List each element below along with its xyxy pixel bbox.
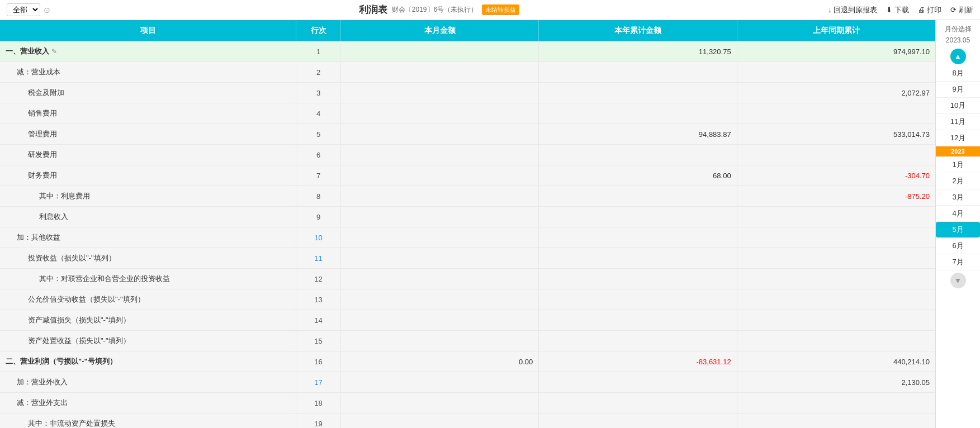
scope-select[interactable]: 全部	[7, 3, 40, 16]
item-label-cell: 加：其他收益	[0, 227, 296, 248]
year-amount	[539, 310, 737, 330]
row-number: 9	[296, 207, 341, 227]
year-amount	[539, 145, 737, 165]
year-amount: -83,631.12	[539, 351, 737, 372]
sidebar-month-item[interactable]: 7月	[936, 254, 980, 270]
sidebar-nav-down[interactable]: ▼	[950, 273, 966, 288]
item-label-cell: 销售费用	[0, 103, 296, 123]
row-number: 19	[296, 413, 341, 428]
year-amount	[539, 393, 737, 413]
item-label-cell: 一、营业收入✎	[0, 41, 296, 61]
sidebar-month-item[interactable]: 1月	[936, 157, 980, 173]
sidebar-month-item[interactable]: 12月	[936, 130, 980, 146]
year-amount	[539, 186, 737, 206]
sidebar-month-list: 8月9月10月11月12月20231月2月3月4月5月6月7月	[936, 65, 980, 270]
year-amount: 68.00	[539, 165, 737, 186]
nav-back-button[interactable]: ↓ 回退到原报表	[828, 5, 877, 15]
refresh-button[interactable]: ⟳ 刷新	[950, 5, 973, 15]
month-amount	[341, 227, 539, 248]
sidebar-month-item[interactable]: 6月	[936, 238, 980, 254]
top-bar: 全部 ⊙ 利润表 财会〔2019〕6号（未执行） 未结转损益 ↓ 回退到原报表 …	[0, 0, 980, 20]
last-year-amount: 440,214.10	[737, 351, 935, 372]
table-row: 其中：对联营企业和合营企业的投资收益12	[0, 269, 935, 289]
last-year-amount	[737, 413, 935, 428]
last-year-amount	[737, 310, 935, 330]
sidebar-month-item[interactable]: 11月	[936, 114, 980, 130]
table-row: 公允价值变动收益（损失以"-"填列）13	[0, 289, 935, 310]
row-number: 10	[296, 227, 341, 248]
table-row: 其中：非流动资产处置损失19	[0, 413, 935, 428]
row-number: 16	[296, 351, 341, 372]
item-label-cell: 管理费用	[0, 124, 296, 144]
last-year-amount	[737, 62, 935, 82]
col-item: 项目	[0, 20, 296, 41]
table-row: 研发费用6	[0, 145, 935, 165]
sidebar-month-item[interactable]: 4月	[936, 206, 980, 222]
month-amount	[341, 145, 539, 165]
sidebar-nav-up[interactable]: ▲	[950, 49, 966, 64]
row-number: 3	[296, 83, 341, 103]
year-amount: 11,320.75	[539, 41, 737, 61]
sidebar-month-item[interactable]: 2023	[936, 146, 980, 157]
month-amount	[341, 289, 539, 310]
col-row-num: 行次	[296, 20, 341, 41]
last-year-amount	[737, 269, 935, 289]
year-amount	[539, 331, 737, 351]
month-amount	[341, 413, 539, 428]
sidebar-month-item[interactable]: 3月	[936, 189, 980, 206]
last-year-amount: 533,014.73	[737, 124, 935, 144]
row-number: 7	[296, 165, 341, 186]
item-label-cell: 投资收益（损失以"-"填列）	[0, 248, 296, 268]
row-number: 5	[296, 124, 341, 144]
last-year-amount: 2,130.05	[737, 372, 935, 392]
table-row: 加：其他收益10	[0, 227, 935, 248]
top-bar-center: 利润表 财会〔2019〕6号（未执行） 未结转损益	[359, 3, 519, 16]
item-label-cell: 资产减值损失（损失以"-"填列）	[0, 310, 296, 330]
sidebar-month-item[interactable]: 9月	[936, 82, 980, 98]
year-amount	[539, 248, 737, 268]
item-label-cell: 加：营业外收入	[0, 372, 296, 392]
sidebar-month-item[interactable]: 8月	[936, 65, 980, 82]
help-icon[interactable]: ⊙	[44, 6, 50, 15]
row-number: 8	[296, 186, 341, 206]
row-number: 11	[296, 248, 341, 268]
last-year-amount	[737, 103, 935, 123]
year-amount	[539, 289, 737, 310]
sidebar-month-item[interactable]: 10月	[936, 98, 980, 114]
sidebar-month-item[interactable]: 5月	[936, 222, 980, 238]
download-button[interactable]: ⬇ 下载	[886, 5, 909, 15]
item-label-cell: 资产处置收益（损失以"-"填列）	[0, 331, 296, 351]
col-current-month: 本月金额	[341, 20, 539, 41]
month-amount	[341, 393, 539, 413]
table-row: 二、营业利润（亏损以"-"号填列）160.00-83,631.12440,214…	[0, 351, 935, 372]
sidebar-month-item[interactable]: 2月	[936, 173, 980, 189]
month-amount	[341, 62, 539, 82]
item-label-cell: 其中：利息费用	[0, 186, 296, 206]
last-year-amount	[737, 227, 935, 248]
table-row: 利息收入9	[0, 207, 935, 227]
main-layout: 项目 行次 本月金额 本年累计金额 上年同期累计 一、营业收入✎111,320.…	[0, 20, 980, 428]
month-amount	[341, 83, 539, 103]
item-label-cell: 税金及附加	[0, 83, 296, 103]
month-amount	[341, 41, 539, 61]
item-label-cell: 其中：非流动资产处置损失	[0, 413, 296, 428]
row-number: 17	[296, 372, 341, 392]
month-amount	[341, 165, 539, 186]
month-amount	[341, 372, 539, 392]
table-row: 管理费用594,883.87533,014.73	[0, 124, 935, 145]
table-row: 税金及附加32,072.97	[0, 83, 935, 103]
row-number: 18	[296, 393, 341, 413]
item-label-cell: 减：营业成本	[0, 62, 296, 82]
sidebar-year: 2023.05	[946, 36, 970, 44]
table-row: 减：营业成本2	[0, 62, 935, 83]
edit-icon[interactable]: ✎	[51, 47, 57, 55]
row-number: 4	[296, 103, 341, 123]
year-amount: 94,883.87	[539, 124, 737, 144]
print-button[interactable]: 🖨 打印	[918, 5, 942, 15]
item-label-cell: 利息收入	[0, 207, 296, 227]
month-amount	[341, 310, 539, 330]
sidebar: 月份选择 2023.05 ▲ 8月9月10月11月12月20231月2月3月4月…	[935, 20, 980, 428]
row-number: 15	[296, 331, 341, 351]
table-row: 资产处置收益（损失以"-"填列）15	[0, 331, 935, 351]
month-amount	[341, 186, 539, 206]
